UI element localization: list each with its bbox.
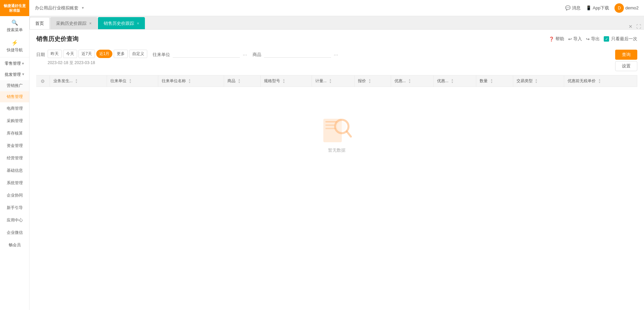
- sidebar-item-shortcuts[interactable]: ⚡ 快捷导航: [0, 36, 29, 56]
- sidebar-item-enterprise[interactable]: 企业协同: [0, 189, 29, 202]
- page-title: 销售历史价查询: [36, 35, 78, 43]
- sidebar-item-membership[interactable]: 畅会员: [0, 239, 29, 251]
- sort-goods-icon: ▲▼: [238, 79, 240, 84]
- col-gear[interactable]: ⚙: [36, 75, 50, 87]
- col-spec[interactable]: 规格型号 ▲▼: [260, 75, 312, 87]
- chevron-up-icon: ▲: [21, 73, 25, 76]
- sidebar-item-sales-mgmt[interactable]: 销售管理: [0, 91, 29, 102]
- sort-discount1-icon: ▲▼: [408, 79, 411, 84]
- message-action[interactable]: 💬 消息: [565, 5, 581, 11]
- data-table: ⚙ 业务发生... ▲▼ 往来单位 ▲▼ 往来单位名称: [36, 75, 637, 87]
- col-qty[interactable]: 数量 ▲▼: [476, 75, 513, 87]
- sidebar-item-operations-label: 经营管理: [7, 155, 23, 161]
- filter-actions: 查询 设置: [615, 50, 637, 71]
- help-btn[interactable]: ❓ 帮助: [549, 36, 564, 42]
- goods-dots[interactable]: ...: [334, 51, 338, 57]
- sort-qty-icon: ▲▼: [490, 79, 493, 84]
- sidebar-item-finance[interactable]: 资金管理: [0, 140, 29, 152]
- only-last-checkbox[interactable]: ✓ 只看最后一次: [604, 36, 637, 42]
- empty-svg-icon: [320, 114, 354, 147]
- tab-purchase-label: 采购历史价跟踪: [56, 20, 87, 27]
- sidebar-item-system[interactable]: 系统管理: [0, 177, 29, 189]
- col-goods[interactable]: 商品 ▲▼: [224, 75, 260, 87]
- sidebar-item-wholesale-label: 批发管理: [5, 72, 21, 78]
- window-controls: ✕ ⛶: [628, 24, 644, 29]
- goods-input[interactable]: [264, 50, 331, 58]
- sidebar-item-newuser-label: 新手引导: [7, 205, 23, 211]
- sidebar-item-inventory[interactable]: 库存核算: [0, 127, 29, 140]
- tab-purchase[interactable]: 采购历史价跟踪 ×: [50, 17, 97, 29]
- sidebar-item-wholesale[interactable]: 批发管理 ▲: [0, 69, 29, 80]
- app-download-action[interactable]: 📱 App下载: [586, 5, 609, 11]
- sidebar-item-appstore[interactable]: 应用中心: [0, 214, 29, 226]
- sidebar-item-marketing[interactable]: 营销推广: [0, 80, 29, 91]
- export-btn[interactable]: ↪ 导出: [586, 36, 600, 42]
- sidebar-item-purchase[interactable]: 采购管理: [0, 115, 29, 127]
- app-logo-text: 畅捷通好生意: [4, 3, 26, 8]
- tab-sales[interactable]: 销售历史价跟踪 ×: [98, 17, 145, 29]
- sort-partner-code-icon: ▲▼: [129, 79, 132, 84]
- col-biz-date[interactable]: 业务发生... ▲▼: [50, 75, 107, 87]
- sidebar-item-retail[interactable]: 零售管理 ▼: [0, 58, 29, 69]
- sort-pretax-price-icon: ▲▼: [598, 79, 601, 84]
- help-label: 帮助: [555, 36, 564, 42]
- window-close-btn[interactable]: ✕: [628, 24, 633, 29]
- svg-point-5: [337, 122, 346, 131]
- col-discount1[interactable]: 优惠... ▲▼: [391, 75, 433, 87]
- tab-sales-close[interactable]: ×: [137, 21, 139, 26]
- import-btn[interactable]: ↩ 导入: [568, 36, 582, 42]
- export-label: 导出: [591, 36, 600, 42]
- date-btn-yesterday[interactable]: 昨天: [48, 50, 62, 58]
- gear-icon[interactable]: ⚙: [41, 79, 45, 84]
- col-trade-type[interactable]: 交易类型 ▲▼: [513, 75, 564, 87]
- date-btn-1month[interactable]: 近1月: [96, 50, 113, 58]
- sidebar-wholesale-submenu: 营销推广 销售管理: [0, 80, 29, 102]
- sidebar-item-basic-info[interactable]: 基础信息: [0, 164, 29, 177]
- col-discount2[interactable]: 优惠... ▲▼: [434, 75, 476, 87]
- date-btns-row: 昨天 今天 近7天 近1月 更多 自定义: [48, 50, 147, 58]
- goods-input-group: ...: [264, 50, 338, 58]
- col-partner-code[interactable]: 往来单位 ▲▼: [107, 75, 158, 87]
- tab-home[interactable]: 首页: [30, 17, 50, 29]
- help-icon: ❓: [549, 37, 554, 42]
- sidebar-item-ecommerce[interactable]: 电商管理: [0, 102, 29, 115]
- tab-home-label: 首页: [35, 20, 44, 27]
- empty-state: 暂无数据: [36, 87, 637, 180]
- date-buttons-container: 昨天 今天 近7天 近1月 更多 自定义 2023-02-18 至 2023-0…: [48, 50, 147, 66]
- date-btn-custom[interactable]: 自定义: [129, 50, 147, 58]
- only-last-label: 只看最后一次: [611, 36, 637, 42]
- sidebar-item-appstore-label: 应用中心: [7, 217, 23, 223]
- svg-line-6: [347, 132, 351, 137]
- sort-unit-icon: ▲▼: [329, 79, 332, 84]
- col-price[interactable]: 报价 ▲▼: [354, 75, 391, 87]
- date-btn-more[interactable]: 更多: [114, 50, 128, 58]
- col-pretax-price[interactable]: 优惠前无税单价 ▲▼: [564, 75, 637, 87]
- sidebar-item-newuser[interactable]: 新手引导: [0, 202, 29, 214]
- sidebar-item-shortcuts-label: 快捷导航: [7, 47, 23, 53]
- window-maximize-btn[interactable]: ⛶: [636, 24, 641, 29]
- user-action[interactable]: D demo2: [614, 3, 639, 13]
- col-partner-name[interactable]: 往来单位名称 ▲▼: [158, 75, 224, 87]
- app-logo-subtext: 标准版: [9, 8, 20, 13]
- table-header-row: ⚙ 业务发生... ▲▼ 往来单位 ▲▼ 往来单位名称: [36, 75, 637, 87]
- chevron-down-icon: ▼: [21, 62, 25, 65]
- page-actions: ❓ 帮助 ↩ 导入 ↪ 导出 ✓ 只看最后一次: [549, 36, 637, 42]
- query-button[interactable]: 查询: [615, 50, 637, 60]
- sidebar-divider-1: [0, 57, 29, 57]
- col-unit[interactable]: 计量... ▲▼: [312, 75, 354, 87]
- partner-dots[interactable]: ...: [243, 51, 247, 57]
- settings-button[interactable]: 设置: [615, 61, 637, 71]
- date-btn-7days[interactable]: 近7天: [78, 50, 95, 58]
- sidebar-item-search-label: 搜索菜单: [7, 27, 23, 33]
- account-dropdown-icon[interactable]: ▼: [81, 6, 85, 10]
- sort-discount2-icon: ▲▼: [451, 79, 454, 84]
- sidebar-item-operations[interactable]: 经营管理: [0, 152, 29, 164]
- sidebar-item-wechat[interactable]: 企业微信: [0, 226, 29, 239]
- app-logo: 畅捷通好生意 标准版: [0, 0, 29, 16]
- partner-input[interactable]: [173, 50, 240, 58]
- empty-illustration: [320, 114, 354, 147]
- tab-purchase-close[interactable]: ×: [89, 21, 92, 26]
- sidebar-item-search[interactable]: 🔍 搜索菜单: [0, 16, 29, 36]
- avatar-initials: D: [618, 6, 621, 10]
- date-btn-today[interactable]: 今天: [63, 50, 77, 58]
